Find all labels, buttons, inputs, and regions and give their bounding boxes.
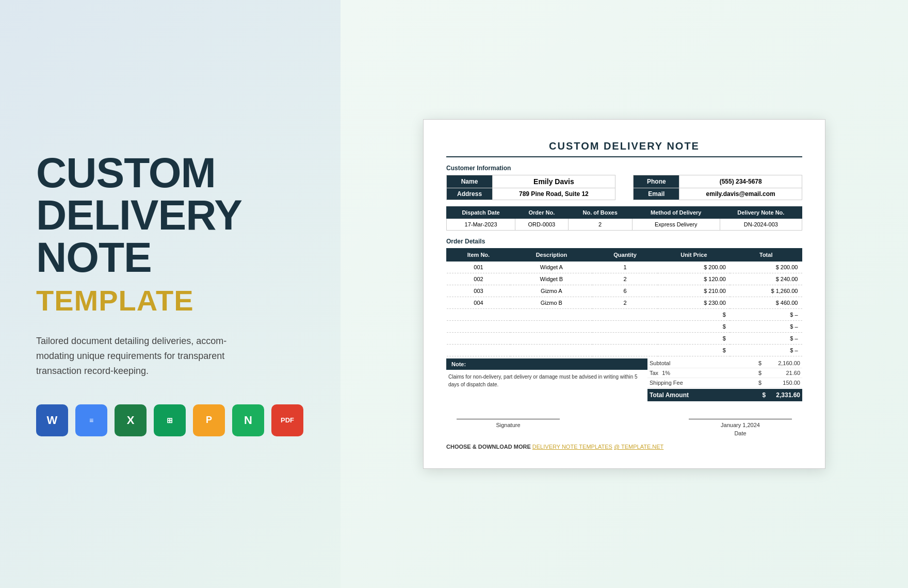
dispatch-header-0: Dispatch Date [447,207,515,219]
signature-section: Signature January 1,2024 Date [446,412,802,436]
note-text: Claims for non-delivery, part delivery o… [446,373,647,388]
date-line [689,419,792,419]
order-row: $ $ – [447,333,802,345]
note-box: Note: Claims for non-delivery, part deli… [446,358,647,401]
subtotal-value: 2,160.00 [772,360,800,366]
order-cell-4-3: $ [658,309,730,321]
docs-icon[interactable]: ≡ [75,404,107,436]
order-cell-3-3: $ 230.00 [658,297,730,309]
total-label: Total Amount [650,391,689,399]
spacer1 [615,175,634,188]
order-cell-6-2 [592,333,657,345]
doc-title: CUSTOM DELIVERY NOTE [446,140,802,152]
total-currency: $ [763,391,766,399]
order-row: $ $ – [447,309,802,321]
doc-footer: CHOOSE & DOWNLOAD MORE DELIVERY NOTE TEM… [446,444,802,450]
order-cell-6-3: $ [658,333,730,345]
footer-link2[interactable]: @ TEMPLATE.NET [614,444,663,450]
order-cell-5-4: $ – [730,321,802,333]
dispatch-header-1: Order No. [515,207,569,219]
numbers-icon[interactable]: N [232,404,264,436]
date-label: Date [734,430,746,436]
date-block: January 1,2024 Date [678,419,802,436]
order-cell-4-2 [592,309,657,321]
name-value: Emily Davis [493,175,615,188]
order-cell-5-0 [447,321,511,333]
subtitle: TEMPLATE [36,284,304,317]
footer-text: CHOOSE & DOWNLOAD MORE [446,444,532,450]
signature-label: Signature [496,422,520,428]
title-line3: NOTE [36,234,152,281]
order-cell-6-1 [510,333,592,345]
order-row: 001Widget A1$ 200.00$ 200.00 [447,262,802,273]
order-row: 004Gizmo B2$ 230.00$ 460.00 [447,297,802,309]
order-cell-7-1 [510,345,592,356]
order-cell-2-0: 003 [447,285,511,297]
sheets-icon[interactable]: ⊞ [154,404,186,436]
subtotal-currency: $ [758,360,761,366]
name-label: Name [447,175,493,188]
shipping-row: Shipping Fee $ 150.00 [647,378,802,388]
order-cell-4-4: $ – [730,309,802,321]
order-header-0: Item No. [447,249,511,262]
order-cell-7-0 [447,345,511,356]
dispatch-row: 17-Mar-2023 ORD-0003 2 Express Delivery … [447,219,802,231]
subtotal-label: Subtotal [650,360,670,366]
total-value: 2,331.60 [776,391,800,399]
num-boxes: 2 [568,219,632,231]
date-value: January 1,2024 [721,422,760,428]
order-header-3: Unit Price [658,249,730,262]
word-icon[interactable]: W [36,404,68,436]
order-no: ORD-0003 [515,219,569,231]
shipping-label: Shipping Fee [650,380,683,386]
order-header-2: Quantity [592,249,657,262]
order-cell-1-1: Widget B [510,273,592,285]
dispatch-header-3: Method of Delivery [632,207,720,219]
order-cell-6-0 [447,333,511,345]
order-details-label: Order Details [446,238,802,245]
shipping-currency: $ [758,380,761,386]
dispatch-header-4: Delivery Note No. [720,207,802,219]
phone-label: Phone [634,175,679,188]
order-row: 002Widget B2$ 120.00$ 240.00 [447,273,802,285]
order-cell-2-2: 6 [592,285,657,297]
customer-table: Name Emily Davis Phone (555) 234-5678 Ad… [446,175,802,200]
address-label: Address [447,188,493,200]
order-cell-7-2 [592,345,657,356]
title-line1: CUSTOM [36,149,216,196]
order-cell-0-1: Widget A [510,262,592,273]
tax-value: 21.60 [772,370,800,376]
order-header-1: Description [510,249,592,262]
order-cell-5-2 [592,321,657,333]
totals-section: Note: Claims for non-delivery, part deli… [446,358,802,401]
excel-icon[interactable]: X [115,404,147,436]
totals-right: Subtotal $ 2,160.00 Tax 1% $ 21.60 [647,358,802,401]
order-cell-1-0: 002 [447,273,511,285]
order-cell-0-3: $ 200.00 [658,262,730,273]
order-cell-7-3: $ [658,345,730,356]
order-row: $ $ – [447,345,802,356]
order-cell-4-1 [510,309,592,321]
order-cell-0-2: 1 [592,262,657,273]
email-value: emily.davis@email.com [679,188,802,200]
tax-currency: $ [758,370,761,376]
description: Tailored document detailing deliveries, … [36,334,284,378]
order-cell-2-1: Gizmo A [510,285,592,297]
order-cell-5-3: $ [658,321,730,333]
left-panel: CUSTOM DELIVERY NOTE TEMPLATE Tailored d… [0,0,340,588]
note-header: Note: [446,358,647,370]
order-cell-2-4: $ 1,260.00 [730,285,802,297]
order-cell-6-4: $ – [730,333,802,345]
tax-label: Tax 1% [650,370,670,376]
footer-link1[interactable]: DELIVERY NOTE TEMPLATES [532,444,612,450]
order-cell-1-3: $ 120.00 [658,273,730,285]
order-cell-2-3: $ 210.00 [658,285,730,297]
email-label: Email [634,188,679,200]
order-cell-1-2: 2 [592,273,657,285]
spacer2 [615,188,634,200]
order-table: Item No. Description Quantity Unit Price… [446,248,802,356]
order-cell-3-4: $ 460.00 [730,297,802,309]
pages-icon[interactable]: P [193,404,225,436]
pdf-icon[interactable]: PDF [271,404,303,436]
title-line2: DELIVERY [36,191,242,238]
